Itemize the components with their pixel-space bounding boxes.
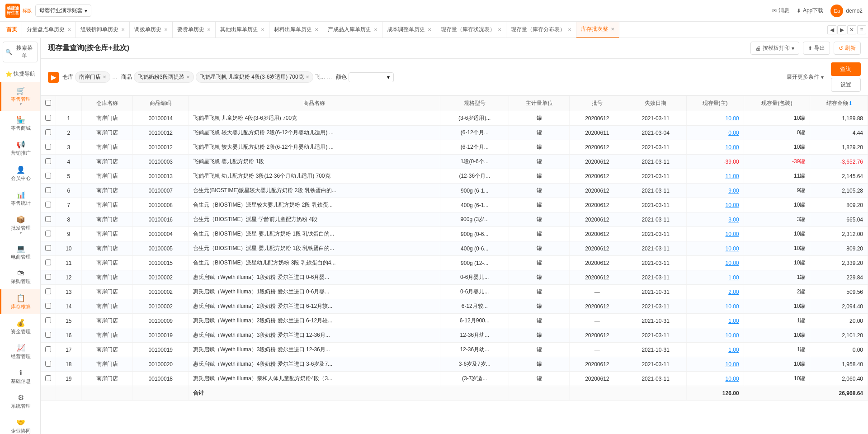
- tab-other-outbound[interactable]: 其他出库单历史 ✕: [216, 22, 269, 38]
- product-tag-1[interactable]: 飞鹤奶粉3段两提装 ✕: [134, 71, 194, 83]
- tab-requisition[interactable]: 要货单历史 ✕: [173, 22, 216, 38]
- row-checkbox[interactable]: [41, 184, 56, 198]
- row-qty-main[interactable]: 10.00: [686, 256, 744, 270]
- tab-next-btn[interactable]: ▶: [837, 25, 846, 34]
- tab-product-in[interactable]: 产成品入库单历史 ✕: [323, 22, 382, 38]
- row-checkbox[interactable]: [41, 372, 56, 386]
- more-dots[interactable]: …: [327, 74, 332, 80]
- tab-disassemble[interactable]: 组装拆卸单历史 ✕: [76, 22, 130, 38]
- row-checkbox[interactable]: [41, 198, 56, 212]
- account-selector[interactable]: 母婴行业演示账套 ▾: [35, 5, 91, 17]
- user-area[interactable]: Ea demo2: [830, 5, 863, 17]
- row-checkbox[interactable]: [41, 111, 56, 126]
- row-qty-main[interactable]: 2.00: [686, 285, 744, 299]
- row-qty-main[interactable]: 10.00: [686, 299, 744, 314]
- row-qty-main[interactable]: 10.00: [686, 357, 744, 372]
- sidebar-item-retail-mgmt[interactable]: 🛒 零售管理 ▼: [0, 82, 40, 111]
- setting-btn[interactable]: 设置: [831, 78, 861, 92]
- close-icon[interactable]: ✕: [121, 27, 125, 32]
- quick-nav-btn[interactable]: ⭐ 快捷导航: [0, 68, 40, 80]
- sidebar-item-marketing[interactable]: 📢 营销推广: [0, 136, 40, 160]
- product-tag-2[interactable]: 飞鹤星飞帆 儿童奶粉 4段(3-6岁适用) 700克 ✕: [196, 71, 313, 83]
- app-download-btn[interactable]: ⬇ App下载: [797, 7, 823, 14]
- query-btn[interactable]: 查询: [831, 62, 861, 76]
- filter-expand-btn[interactable]: ▶: [48, 72, 59, 83]
- tab-transfer[interactable]: 调拨单历史 ✕: [130, 22, 173, 38]
- row-checkbox[interactable]: [41, 126, 56, 140]
- product-more[interactable]: 飞...: [315, 73, 325, 81]
- tab-inventory-status[interactable]: 现存量（库存状况表） ✕: [436, 22, 506, 38]
- row-checkbox[interactable]: [41, 256, 56, 270]
- sidebar-item-wholesale[interactable]: 📦 批发管理 ▼: [0, 211, 40, 240]
- row-checkbox[interactable]: [41, 343, 56, 357]
- close-icon[interactable]: ✕: [164, 27, 168, 32]
- select-all-checkbox[interactable]: [45, 100, 51, 106]
- row-checkbox[interactable]: [41, 328, 56, 343]
- row-checkbox[interactable]: [41, 357, 56, 372]
- row-qty-main[interactable]: 9.00: [686, 184, 744, 198]
- close-icon[interactable]: ✕: [498, 27, 501, 32]
- message-btn[interactable]: ✉ 消息: [772, 7, 789, 14]
- row-checkbox[interactable]: [41, 140, 56, 155]
- row-checkbox[interactable]: [41, 227, 56, 241]
- close-icon[interactable]: ✕: [611, 27, 614, 32]
- sidebar-item-enterprise[interactable]: 🤝 企业协同: [0, 414, 40, 434]
- row-qty-main[interactable]: 11.00: [686, 169, 744, 184]
- close-icon[interactable]: ✕: [103, 75, 106, 80]
- export-btn[interactable]: ⬆ 导出: [803, 42, 830, 55]
- sidebar-item-operations[interactable]: 📈 经营管理: [0, 339, 40, 364]
- row-qty-main[interactable]: 10.00: [686, 328, 744, 343]
- sidebar-item-basic-info[interactable]: ℹ 基础信息: [0, 364, 40, 389]
- sidebar-item-purchase[interactable]: 🛍 采购管理: [0, 264, 40, 289]
- row-qty-main[interactable]: 10.00: [686, 241, 744, 256]
- tab-close-btn[interactable]: ✕: [847, 25, 856, 34]
- row-qty-main[interactable]: 1.00: [686, 270, 744, 285]
- close-icon[interactable]: ✕: [315, 27, 318, 32]
- tab-cost-adjust[interactable]: 成本调整单历史 ✕: [382, 22, 436, 38]
- sidebar-item-finance[interactable]: 💰 资金管理: [0, 314, 40, 339]
- close-icon[interactable]: ✕: [568, 27, 571, 32]
- close-icon[interactable]: ✕: [207, 27, 211, 32]
- sidebar-item-ecommerce[interactable]: 💻 电商管理: [0, 240, 40, 264]
- close-icon[interactable]: ✕: [186, 75, 190, 80]
- tab-split-inventory[interactable]: 分量盘点单历史 ✕: [22, 22, 76, 38]
- row-checkbox[interactable]: [41, 241, 56, 256]
- close-icon[interactable]: ✕: [374, 27, 377, 32]
- row-checkbox[interactable]: [41, 299, 56, 314]
- row-qty-main[interactable]: 10.00: [686, 227, 744, 241]
- close-icon[interactable]: ✕: [261, 27, 264, 32]
- color-select[interactable]: ▾: [349, 72, 394, 82]
- row-qty-main[interactable]: 3.00: [686, 212, 744, 227]
- more-icon[interactable]: …: [112, 74, 118, 80]
- row-checkbox[interactable]: [41, 169, 56, 184]
- row-qty-main[interactable]: 10.00: [686, 140, 744, 155]
- close-icon[interactable]: ✕: [67, 27, 71, 32]
- tab-home[interactable]: 首页: [2, 22, 22, 38]
- close-icon[interactable]: ✕: [428, 27, 431, 32]
- row-checkbox[interactable]: [41, 285, 56, 299]
- tab-material-out[interactable]: 材料出库单历史 ✕: [269, 22, 323, 38]
- row-checkbox[interactable]: [41, 270, 56, 285]
- row-qty-main[interactable]: 10.00: [686, 198, 744, 212]
- row-checkbox[interactable]: [41, 212, 56, 227]
- row-qty-main[interactable]: 1.00: [686, 343, 744, 357]
- row-qty-main[interactable]: 10.00: [686, 111, 744, 126]
- tab-menu-btn[interactable]: ≡: [857, 25, 866, 34]
- tab-inventory-dist[interactable]: 现存量（库存分布表） ✕: [506, 22, 576, 38]
- sidebar-item-member[interactable]: 👤 会员中心: [0, 161, 40, 186]
- sidebar-item-system[interactable]: ⚙ 系统管理: [0, 389, 40, 414]
- expand-more-btn[interactable]: 展开更多条件 ▾: [783, 71, 827, 83]
- print-btn[interactable]: 🖨 按模板打印 ▾: [750, 42, 799, 55]
- refresh-btn[interactable]: ↺ 刷新: [834, 42, 861, 55]
- search-menu-btn[interactable]: 🔍 搜索菜单: [3, 42, 38, 62]
- sidebar-item-retail-shop[interactable]: 🏪 零售商城: [0, 111, 40, 136]
- row-checkbox[interactable]: [41, 314, 56, 328]
- row-checkbox[interactable]: [41, 155, 56, 169]
- tab-prev-btn[interactable]: ◀: [827, 25, 836, 34]
- row-qty-main[interactable]: 0.00: [686, 126, 744, 140]
- warehouse-tag[interactable]: 南岸门店 ✕: [75, 71, 110, 83]
- close-icon[interactable]: ✕: [306, 75, 309, 80]
- row-qty-main[interactable]: 10.00: [686, 372, 744, 386]
- sidebar-item-inventory[interactable]: 📋 库存核算: [0, 289, 40, 314]
- tab-batch-voucher[interactable]: 库存批次整 ✕: [576, 22, 619, 38]
